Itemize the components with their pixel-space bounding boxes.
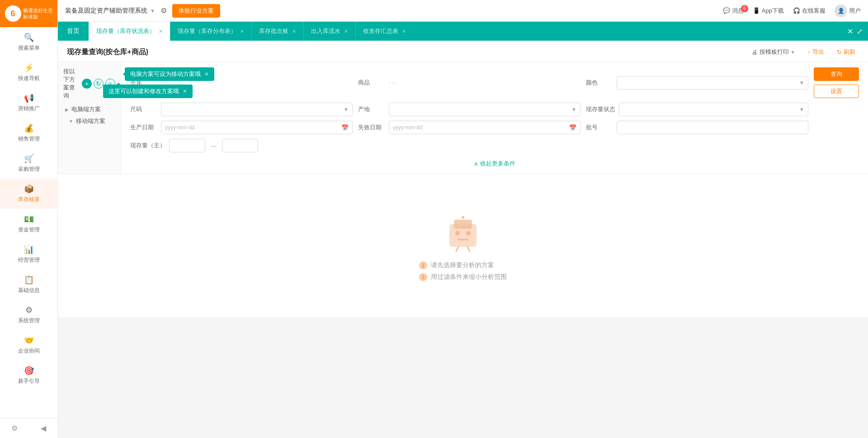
stock-main-input[interactable] bbox=[169, 139, 205, 152]
svg-rect-4 bbox=[458, 239, 468, 240]
tab-inventory-status[interactable]: 现存量（库存状况表） ✕ bbox=[89, 22, 170, 41]
add-scheme-btn[interactable]: + bbox=[82, 79, 92, 89]
scheme-tooltip-close[interactable]: ✕ bbox=[204, 71, 209, 77]
system-icon: ⚙ bbox=[25, 305, 33, 315]
tab-close-inventory-dist[interactable]: ✕ bbox=[240, 28, 244, 34]
main-area: 装备及固定资产辅助管理系统 ▼ ⚙ 体验行业方案 💬 6 消息 📱 App下载 … bbox=[58, 0, 868, 438]
phone-icon: 📱 bbox=[753, 7, 760, 14]
scheme-list: ▶ 电脑端方案 ▼ 移动端方案 bbox=[58, 104, 121, 131]
sidebar-item-inventory[interactable]: 📦 库存核算 bbox=[0, 179, 57, 209]
online-support-item[interactable]: 🎧 在线客服 bbox=[793, 7, 826, 15]
sidebar-item-purchase[interactable]: 🛒 采购管理 bbox=[0, 148, 57, 179]
export-btn[interactable]: ↑ 导出 bbox=[804, 46, 828, 58]
stock-main-input-end[interactable] bbox=[222, 139, 258, 152]
sidebar-item-marketing[interactable]: 📢 营销推广 bbox=[0, 88, 57, 118]
header-actions: 🖨 按模板打印 ▼ ↑ 导出 ↻ 刷新 bbox=[748, 46, 859, 58]
logo-text: 畅通道好生意 标准版 bbox=[23, 7, 53, 20]
color-select[interactable]: ▼ bbox=[617, 76, 808, 89]
sidebar-item-system[interactable]: ⚙ 系统管理 bbox=[0, 300, 57, 330]
tab-batch-ledger[interactable]: 库存批次账 ✕ bbox=[251, 22, 303, 41]
expiry-date-field: 失效日期 yyyy-mm-dd 📅 bbox=[358, 121, 580, 134]
origin-select-chevron: ▼ bbox=[571, 107, 576, 112]
sidebar-item-quick-nav[interactable]: ⚡ 快速导航 bbox=[0, 57, 57, 88]
calendar-icon: 📅 bbox=[341, 124, 349, 131]
tab-receive-summary[interactable]: 收发存汇总表 ✕ bbox=[355, 22, 413, 41]
notification-item[interactable]: 💬 6 消息 bbox=[723, 7, 744, 15]
stock-main-label: 现存量（主） bbox=[130, 141, 165, 150]
stock-status-select[interactable]: ▼ bbox=[619, 103, 808, 116]
sidebar-item-search[interactable]: 🔍 搜索菜单 bbox=[0, 27, 57, 57]
desktop-scheme-group[interactable]: ▶ 电脑端方案 bbox=[58, 104, 121, 115]
user-avatar: 👤 bbox=[835, 5, 847, 17]
chevron-up-icon: ∧ bbox=[474, 160, 478, 167]
batch-label: 批号 bbox=[586, 123, 613, 132]
size-select[interactable]: ▼ bbox=[161, 103, 353, 116]
product-dots[interactable]: ··· bbox=[389, 79, 397, 87]
settings-gear-icon[interactable]: ⚙ bbox=[160, 6, 167, 15]
sidebar-item-label: 快速导航 bbox=[18, 75, 40, 82]
stock-status-chevron: ▼ bbox=[799, 107, 804, 112]
svg-line-6 bbox=[467, 247, 470, 251]
page-title: 现存量查询(按仓库+商品) bbox=[67, 47, 148, 57]
tab-close-receive-summary[interactable]: ✕ bbox=[402, 28, 406, 34]
svg-point-2 bbox=[455, 231, 460, 235]
user-item[interactable]: 👤 用户 bbox=[835, 5, 861, 17]
sidebar-item-label: 经营管理 bbox=[18, 256, 40, 264]
page-header: 现存量查询(按仓库+商品) 🖨 按模板打印 ▼ ↑ 导出 ↻ 刷新 bbox=[58, 41, 868, 62]
stock-status-label: 现存量状态 bbox=[586, 105, 615, 113]
sidebar-item-guide[interactable]: 🎯 新手引导 bbox=[0, 360, 57, 391]
expiry-date-input[interactable]: yyyy-mm-dd 📅 bbox=[389, 121, 580, 134]
refresh-icon: ↻ bbox=[837, 49, 842, 56]
tab-close-batch-ledger[interactable]: ✕ bbox=[292, 28, 296, 34]
sidebar-item-enterprise[interactable]: 🤝 企业协同 bbox=[0, 330, 57, 360]
sidebar-item-label: 基础信息 bbox=[18, 287, 40, 294]
app-download-item[interactable]: 📱 App下载 bbox=[753, 7, 784, 15]
color-field: 颜色 ▼ bbox=[586, 76, 808, 89]
size-field: 尺码 ▼ bbox=[130, 103, 353, 116]
tab-fullscreen-icon[interactable]: ⤢ bbox=[857, 27, 863, 36]
search-icon: 🔍 bbox=[24, 33, 34, 42]
sidebar-nav: 🔍 搜索菜单 ⚡ 快速导航 📢 营销推广 💰 销售管理 🛒 采购管理 📦 库存核… bbox=[0, 27, 57, 418]
tab-inventory-dist[interactable]: 现存量（库存分布表） ✕ bbox=[170, 22, 251, 41]
create-tooltip-close[interactable]: ✕ bbox=[183, 88, 187, 94]
tab-close-all-icon[interactable]: ✕ bbox=[847, 27, 853, 36]
sidebar-item-operations[interactable]: 📊 经营管理 bbox=[0, 239, 57, 269]
tab-in-out-flow[interactable]: 出入库流水 ✕ bbox=[303, 22, 355, 41]
sidebar-item-label: 系统管理 bbox=[18, 317, 40, 325]
sidebar-item-finance[interactable]: 💵 资金管理 bbox=[0, 209, 57, 239]
color-label: 颜色 bbox=[586, 79, 613, 87]
scheme-section: 按以下方案查询 + ↻ « 电脑方案可设为移动方案哦 ✕ bbox=[58, 62, 121, 174]
tab-home[interactable]: 首页 bbox=[58, 22, 89, 41]
sidebar-item-basic[interactable]: 📋 基础信息 bbox=[0, 269, 57, 300]
search-btn[interactable]: 查询 bbox=[814, 67, 859, 81]
empty-tip-2: 2 用过滤条件来缩小分析范围 bbox=[419, 273, 507, 281]
stock-main-field: 现存量（主） — bbox=[130, 139, 353, 152]
size-label: 尺码 bbox=[130, 105, 157, 113]
collapse-row[interactable]: ∧ 收起更多条件 bbox=[130, 157, 859, 169]
size-select-chevron: ▼ bbox=[344, 107, 349, 112]
stock-status-field: 现存量状态 ▼ bbox=[586, 103, 808, 116]
tabs-bar: 首页 现存量（库存状况表） ✕ 现存量（库存分布表） ✕ 库存批次账 ✕ 出入库… bbox=[58, 22, 868, 41]
template-print-btn[interactable]: 🖨 按模板打印 ▼ bbox=[748, 46, 799, 58]
chevron-down-icon: ▼ bbox=[791, 50, 795, 55]
topbar-left: 装备及固定资产辅助管理系统 ▼ ⚙ 体验行业方案 bbox=[65, 4, 220, 18]
tab-close-inventory-status[interactable]: ✕ bbox=[159, 28, 163, 34]
mobile-scheme-group[interactable]: ▼ 移动端方案 bbox=[58, 115, 121, 127]
collapse-sidebar-icon[interactable]: ◀ bbox=[41, 424, 46, 433]
origin-select[interactable]: ▼ bbox=[389, 103, 580, 116]
batch-input[interactable] bbox=[617, 121, 808, 134]
settings-icon[interactable]: ⚙ bbox=[11, 424, 18, 433]
production-date-input[interactable]: yyyy-mm-dd 📅 bbox=[161, 121, 353, 134]
sidebar-item-sales[interactable]: 💰 销售管理 bbox=[0, 118, 57, 148]
create-tooltip: 这里可以创建和修改方案哦 ✕ bbox=[103, 85, 193, 98]
logo-icon: 6 bbox=[5, 5, 21, 22]
empty-state: 1 请先选择要分析的方案 2 用过滤条件来缩小分析范围 bbox=[58, 174, 868, 317]
batch-field: 批号 bbox=[586, 121, 808, 134]
industry-btn[interactable]: 体验行业方案 bbox=[172, 4, 220, 18]
refresh-btn[interactable]: ↻ 刷新 bbox=[833, 46, 859, 58]
purchase-icon: 🛒 bbox=[24, 154, 34, 164]
topbar: 装备及固定资产辅助管理系统 ▼ ⚙ 体验行业方案 💬 6 消息 📱 App下载 … bbox=[58, 0, 868, 22]
refresh-scheme-btn[interactable]: ↻ bbox=[94, 79, 104, 89]
reset-btn[interactable]: 设置 bbox=[814, 85, 859, 98]
tab-close-in-out-flow[interactable]: ✕ bbox=[344, 28, 348, 34]
